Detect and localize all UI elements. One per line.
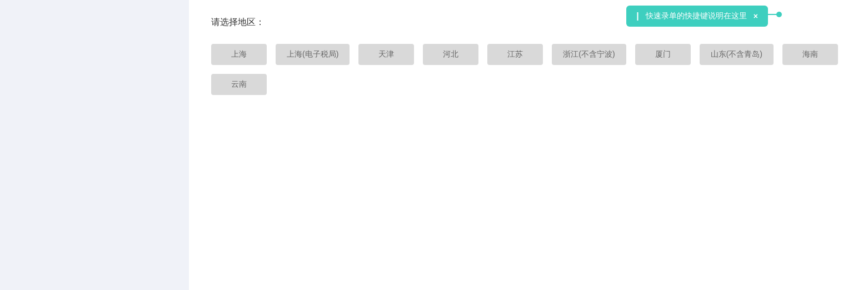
region-grid: 上海上海(电子税局)天津河北江苏浙江(不含宁波)厦门山东(不含青岛)海南云南 xyxy=(211,44,846,95)
tooltip-text: 快速录单的快捷键说明在这里 xyxy=(646,11,747,21)
main-content: 请选择地区： 上海上海(电子税局)天津河北江苏浙江(不含宁波)厦门山东(不含青岛… xyxy=(189,0,868,290)
region-btn-hainan[interactable]: 海南 xyxy=(782,44,838,65)
region-btn-jiangsu[interactable]: 江苏 xyxy=(487,44,543,65)
region-btn-shanghai[interactable]: 上海 xyxy=(211,44,267,65)
tooltip-close-button[interactable]: × xyxy=(754,12,758,21)
region-btn-hebei[interactable]: 河北 xyxy=(423,44,478,65)
tooltip-dot xyxy=(776,12,782,17)
region-btn-tianjin[interactable]: 天津 xyxy=(358,44,414,65)
tooltip-banner: 快速录单的快捷键说明在这里 × xyxy=(626,6,768,27)
left-sidebar xyxy=(0,0,189,290)
region-btn-shanghai-etax[interactable]: 上海(电子税局) xyxy=(276,44,350,65)
region-btn-shandong[interactable]: 山东(不含青岛) xyxy=(700,44,774,65)
region-btn-yunnan[interactable]: 云南 xyxy=(211,74,267,95)
region-btn-zhejiang[interactable]: 浙江(不含宁波) xyxy=(552,44,626,65)
region-btn-xiamen[interactable]: 厦门 xyxy=(635,44,691,65)
